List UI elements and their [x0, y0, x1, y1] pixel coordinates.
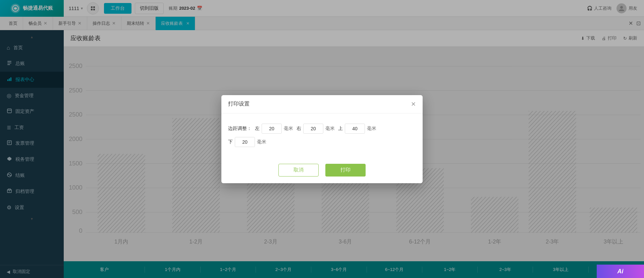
left-direction-label: 左: [255, 126, 260, 132]
right-margin-group: 右 毫米: [297, 124, 335, 134]
top-direction-label: 上: [338, 126, 343, 132]
modal-close-button[interactable]: ✕: [411, 100, 416, 108]
cancel-button[interactable]: 取消: [278, 164, 319, 177]
margin-label: 边距调整：: [228, 126, 252, 132]
top-unit-label: 毫米: [367, 126, 376, 132]
print-confirm-button[interactable]: 打印: [325, 164, 366, 177]
bottom-margin-input[interactable]: [235, 137, 255, 147]
modal-footer: 取消 打印: [221, 157, 423, 183]
bottom-margin-group: 下 毫米: [228, 137, 266, 147]
modal-title: 打印设置: [228, 100, 250, 108]
modal-body: 边距调整： 左 毫米 右 毫米 上 毫米 下: [221, 114, 423, 157]
right-margin-input[interactable]: [303, 124, 323, 134]
bottom-unit-label: 毫米: [257, 139, 266, 145]
margin-row: 边距调整： 左 毫米 右 毫米 上 毫米 下: [228, 124, 416, 147]
ai-badge-label: Ai: [618, 268, 624, 275]
ai-badge[interactable]: Ai: [597, 265, 644, 278]
top-margin-group: 上 毫米: [338, 124, 376, 134]
bottom-direction-label: 下: [228, 139, 233, 145]
right-direction-label: 右: [297, 126, 301, 132]
top-margin-input[interactable]: [345, 124, 365, 134]
modal-header: 打印设置 ✕: [221, 95, 423, 114]
left-unit-label: 毫米: [284, 126, 293, 132]
left-margin-input[interactable]: [262, 124, 282, 134]
left-margin-group: 左 毫米: [255, 124, 293, 134]
print-settings-modal: 打印设置 ✕ 边距调整： 左 毫米 右 毫米 上 毫米: [221, 95, 423, 183]
right-unit-label: 毫米: [325, 126, 335, 132]
modal-overlay: 打印设置 ✕ 边距调整： 左 毫米 右 毫米 上 毫米: [0, 0, 644, 278]
